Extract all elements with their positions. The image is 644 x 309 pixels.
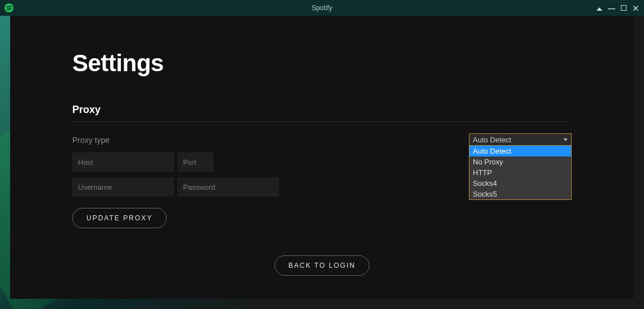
dropdown-option-no-proxy[interactable]: No Proxy [469,156,571,167]
proxy-section-title: Proxy [72,104,572,122]
back-to-login-button[interactable]: BACK TO LOGIN [275,255,370,276]
spotify-icon [5,3,14,12]
dropdown-option-auto-detect[interactable]: Auto Detect [469,146,571,156]
proxy-type-select-wrap: Auto Detect Auto Detect No Proxy HTTP So… [469,133,572,146]
proxy-type-value: Auto Detect [473,136,511,144]
dropdown-option-http[interactable]: HTTP [469,167,571,178]
update-proxy-button[interactable]: UPDATE PROXY [72,208,167,228]
page-title: Settings [72,50,572,77]
proxy-type-label: Proxy type [72,136,110,145]
close-button[interactable]: ✕ [632,4,639,12]
proxy-type-dropdown: Auto Detect No Proxy HTTP Socks4 Socks5 [469,146,572,200]
username-input[interactable] [72,177,174,197]
proxy-type-select[interactable]: Auto Detect [469,133,572,146]
chevron-down-icon [563,138,568,141]
port-input[interactable] [177,153,214,172]
window-controls: — ✕ [597,4,639,12]
titlebar: Spotify — ✕ [0,0,644,16]
footer-row: BACK TO LOGIN [72,255,572,276]
dropdown-option-socks4[interactable]: Socks4 [469,178,571,189]
proxy-type-row: Proxy type Auto Detect Auto Detect No Pr… [72,136,572,145]
settings-content: Settings Proxy Proxy type Auto Detect Au… [10,16,634,276]
host-input[interactable] [72,153,174,172]
window-title: Spotify [0,4,644,12]
minimize-button[interactable]: — [608,5,615,12]
app-window: Settings Proxy Proxy type Auto Detect Au… [10,16,634,299]
chevron-up-icon[interactable] [597,5,602,12]
dropdown-option-socks5[interactable]: Socks5 [469,189,571,199]
password-input[interactable] [177,177,279,197]
maximize-button[interactable] [621,5,626,12]
